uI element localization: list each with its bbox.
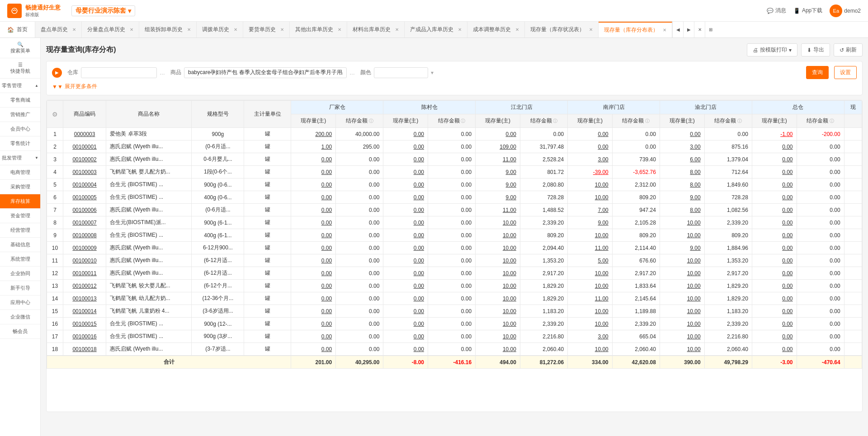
sidebar-item-retail-mall[interactable]: 零售商城	[0, 93, 40, 108]
sidebar-item-new-guide[interactable]: 新手引导	[0, 281, 40, 295]
th-yubei-qty: 现存量(主)	[660, 114, 704, 128]
code-link[interactable]: 0000003	[74, 131, 95, 137]
goods-input[interactable]	[184, 67, 347, 78]
sidebar-appcenter-label: 应用中心	[2, 299, 38, 306]
sidebar-item-retail-stats[interactable]: 零售统计	[0, 136, 40, 151]
tab-count-single-close[interactable]: ✕	[72, 27, 76, 32]
code-link[interactable]: 00100007	[72, 220, 96, 226]
tab-stock-status-close[interactable]: ✕	[589, 27, 593, 32]
cell-seq: 11	[47, 254, 63, 267]
cell-jiangbei-qty: 10.00	[476, 242, 520, 254]
tab-prev-btn[interactable]: ◀	[672, 22, 683, 38]
export-btn[interactable]: ⬇ 导出	[801, 43, 830, 56]
th-settings[interactable]: ⚙	[47, 101, 63, 128]
code-link[interactable]: 00100015	[72, 321, 96, 327]
tab-stock-dist-close[interactable]: ✕	[663, 28, 666, 33]
tab-expand-btn[interactable]: ⊞	[705, 22, 716, 38]
tab-next-btn[interactable]: ▶	[683, 22, 694, 38]
sidebar-item-quick-nav[interactable]: ☰ 快捷导航	[0, 58, 40, 79]
tab-product-in[interactable]: 产成品入库单历史 ✕	[405, 22, 467, 38]
filter-toggle-btn[interactable]: ▶	[52, 68, 62, 78]
sidebar-item-retail-mgmt[interactable]: 零售管理 ▲	[0, 79, 40, 93]
sidebar-item-wholesale-mgmt[interactable]: 批发管理 ▼	[0, 151, 40, 165]
sidebar-item-vip[interactable]: 畅会员	[0, 324, 40, 339]
sidebar-item-operations[interactable]: 经营管理	[0, 223, 40, 238]
code-link[interactable]: 00100010	[72, 258, 96, 264]
sidebar-item-app-center[interactable]: 应用中心	[0, 295, 40, 310]
color-input[interactable]	[374, 67, 428, 78]
industry-selector[interactable]: 母婴行业演示陈套 ▾	[71, 5, 135, 16]
tab-combo-close[interactable]: ✕	[187, 27, 191, 32]
code-link[interactable]: 00100008	[72, 232, 96, 239]
tab-transfer[interactable]: 调拨单历史 ✕	[197, 22, 243, 38]
query-btn[interactable]: 查询	[806, 66, 829, 79]
nav-icon: ☰	[18, 62, 23, 67]
sidebar-item-finance[interactable]: 资金管理	[0, 209, 40, 223]
message-btn[interactable]: 💬 消息	[767, 7, 786, 14]
tab-other-out-close[interactable]: ✕	[338, 27, 341, 32]
settings-gear-icon[interactable]: ⚙	[52, 111, 58, 118]
code-link[interactable]: 00100004	[72, 182, 96, 188]
tab-material-out-close[interactable]: ✕	[395, 27, 399, 32]
tab-purchase-order[interactable]: 要货单历史 ✕	[243, 22, 290, 38]
color-dropdown-icon[interactable]: ▾	[431, 70, 434, 76]
code-link[interactable]: 00100003	[72, 169, 96, 175]
tab-count-multi[interactable]: 分量盘点单历史 ✕	[82, 22, 139, 38]
cell-total-qty: 0.00	[752, 343, 797, 356]
phone-icon: 📱	[793, 8, 800, 14]
sidebar-item-system[interactable]: 系统管理	[0, 252, 40, 267]
tab-cost-adjust[interactable]: 成本调整单历史 ✕	[467, 22, 525, 38]
code-link[interactable]: 00100016	[72, 333, 96, 340]
code-link[interactable]: 00100009	[72, 245, 96, 251]
code-link[interactable]: 00100005	[72, 194, 96, 201]
code-link[interactable]: 00100011	[72, 270, 96, 277]
cell-seq: 16	[47, 318, 63, 330]
sidebar-item-marketing[interactable]: 营销推广	[0, 108, 40, 122]
app-download-btn[interactable]: 📱 App下载	[793, 7, 822, 14]
cell-nanan-amt: 809.20	[612, 191, 660, 204]
sidebar-item-corp-wechat[interactable]: 企业微信	[0, 310, 40, 324]
sidebar-item-inventory[interactable]: 库存核算	[0, 194, 40, 209]
tab-stock-dist[interactable]: 现存量（库存分布表） ✕	[599, 22, 672, 38]
cell-jiangbei-amt: 2,528.24	[520, 153, 567, 166]
sidebar-item-member[interactable]: 会员中心	[0, 122, 40, 136]
sidebar-wholesale-label: 批发管理	[2, 155, 22, 161]
cell-jiangbei-qty: 10.00	[476, 216, 520, 229]
print-btn[interactable]: 🖨 按模版打印 ▾	[747, 43, 797, 56]
settings-btn[interactable]: 设置	[834, 66, 857, 79]
code-link[interactable]: 00100002	[72, 156, 96, 163]
tab-material-out[interactable]: 材料出库单历史 ✕	[347, 22, 405, 38]
tab-purchase-order-close[interactable]: ✕	[280, 27, 284, 32]
tab-stock-status[interactable]: 现存量（库存状况表） ✕	[525, 22, 599, 38]
tab-transfer-close[interactable]: ✕	[234, 27, 237, 32]
user-area[interactable]: Ea demo2	[830, 5, 861, 17]
code-link[interactable]: 00100013	[72, 295, 96, 302]
expand-btn[interactable]: ▼▼ 展开更多条件	[52, 83, 857, 90]
tab-count-single[interactable]: 盘点单历史 ✕	[35, 22, 82, 38]
refresh-btn[interactable]: ↺ 刷新	[834, 43, 863, 56]
th-spec: 规格型号	[192, 101, 244, 128]
tab-close-all-btn[interactable]: ✕	[694, 22, 705, 38]
user-avatar: Ea	[830, 5, 842, 17]
tab-product-in-close[interactable]: ✕	[458, 27, 462, 32]
cell-name: 合生元(BIOSTIME)派...	[106, 216, 192, 229]
cell-factory-amt: 0.00	[336, 292, 383, 305]
color-label: 颜色	[360, 69, 371, 76]
tab-combo[interactable]: 组装拆卸单历史 ✕	[139, 22, 197, 38]
tab-home[interactable]: 🏠 首页	[0, 22, 35, 38]
code-link[interactable]: 00100012	[72, 283, 96, 289]
code-link[interactable]: 00100001	[72, 144, 96, 150]
tab-other-out[interactable]: 其他出库单历史 ✕	[290, 22, 347, 38]
sidebar-item-basic-info[interactable]: 基础信息	[0, 238, 40, 252]
tab-count-multi-close[interactable]: ✕	[130, 27, 133, 32]
sidebar-item-search[interactable]: 🔍 搜索英单	[0, 38, 40, 58]
tab-cost-adjust-close[interactable]: ✕	[515, 27, 519, 32]
warehouse-input[interactable]	[81, 67, 157, 78]
sidebar-item-ecommerce[interactable]: 电商管理	[0, 165, 40, 180]
th-jiangbei-qty: 现存量(主)	[476, 114, 520, 128]
sidebar-item-enterprise[interactable]: 企业协同	[0, 267, 40, 281]
code-link[interactable]: 00100018	[72, 346, 96, 352]
code-link[interactable]: 00100006	[72, 207, 96, 213]
code-link[interactable]: 00100014	[72, 308, 96, 314]
sidebar-item-purchase[interactable]: 采购管理	[0, 180, 40, 194]
